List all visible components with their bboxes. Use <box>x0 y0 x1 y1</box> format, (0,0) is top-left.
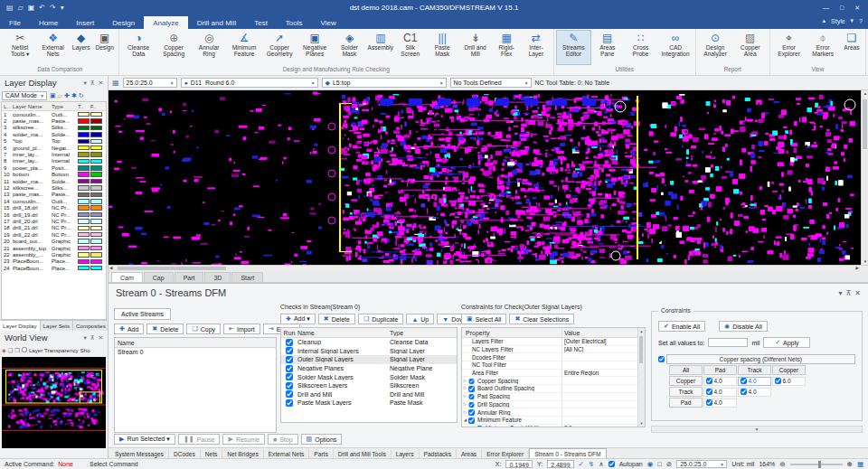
layer-row[interactable]: 14 comoutlin... Outli... <box>2 198 106 204</box>
layer-panel-tab[interactable]: Composites <box>73 321 109 331</box>
ribbon-tab[interactable]: File <box>0 16 30 29</box>
trace-color-swatch[interactable] <box>78 139 90 145</box>
enable-all-button[interactable]: ✔ Enable All <box>658 321 705 332</box>
ribbon-button[interactable]: ⊕ Copper Spacing <box>156 30 192 65</box>
qat-icon[interactable]: ↷ <box>50 4 56 12</box>
constraint-checkbox[interactable] <box>468 386 475 392</box>
trace-color-swatch[interactable] <box>78 239 90 244</box>
trace-color-swatch[interactable] <box>78 246 90 251</box>
grid-select[interactable]: 25.0:25.0 ▾ <box>123 78 177 88</box>
origin-icon[interactable]: ◉ <box>647 460 654 468</box>
layer-row[interactable]: 9 power_pla... Posit... <box>2 164 106 171</box>
ribbon-button[interactable]: ◆ Layers <box>70 30 93 65</box>
layer-row[interactable]: 17 drill_20.drl NC Pr... <box>2 218 106 224</box>
ribbon-button[interactable]: ▥ Assembly <box>366 30 394 65</box>
trace-color-swatch[interactable] <box>78 185 90 191</box>
ribbon-tab[interactable]: Tools <box>277 16 312 29</box>
layer-toolbar-icon[interactable]: ▣ <box>50 92 56 99</box>
layer-select[interactable]: ◆ L5:top ▾ <box>322 78 447 88</box>
bottom-panel-tab[interactable]: Layers <box>392 449 420 458</box>
ribbon-button[interactable]: ◑ Cleanse Data <box>121 30 156 65</box>
ribbon-button[interactable]: ∷ Cross Probe <box>624 30 658 65</box>
flash-color-swatch[interactable] <box>90 165 102 171</box>
layer-toolbar-icon[interactable]: ↻ <box>79 92 84 99</box>
flash-color-swatch[interactable] <box>90 159 102 164</box>
expand-icon[interactable]: ▷ <box>462 379 468 383</box>
ribbon-button[interactable]: ❖ External Nets <box>36 30 69 65</box>
qat-icon[interactable]: ▣ <box>28 4 35 12</box>
bottom-panel-tab[interactable]: Error Explorer <box>482 449 529 458</box>
trace-color-swatch[interactable] <box>78 118 90 124</box>
style-button[interactable]: Style <box>831 18 845 24</box>
trace-color-swatch[interactable] <box>78 199 90 204</box>
ribbon-button[interactable]: ◈ Solder Mask <box>333 30 367 65</box>
run-checkbox[interactable] <box>286 373 293 380</box>
maximize-button[interactable]: □ <box>840 5 844 12</box>
style-arrow-icon[interactable]: ▾ <box>851 17 854 24</box>
stream-action-button[interactable]: ✚ Add <box>114 324 144 334</box>
run-control-button[interactable]: ■ Stop <box>268 434 298 445</box>
vertical-scrollbar[interactable]: ▲ ▼ <box>861 90 868 265</box>
zoom-slider[interactable] <box>790 464 843 465</box>
qat-icon[interactable]: ↶ <box>39 4 45 12</box>
measure-icon[interactable]: ⊘ <box>666 460 672 468</box>
ribbon-tab[interactable]: View <box>312 16 345 29</box>
zoom-out-icon[interactable]: ⊖ <box>779 460 785 468</box>
matrix-cell-selected[interactable]: 4.0 <box>738 377 771 386</box>
expand-icon[interactable]: ▷ <box>462 386 468 390</box>
constraint-property-row[interactable]: Dcodes Filter <box>462 353 638 361</box>
constraint-checkbox[interactable] <box>468 409 475 416</box>
check-row[interactable]: Negative Planes Negative Plane <box>281 364 457 373</box>
ribbon-button[interactable]: ⇄ Inter-Layer <box>521 30 552 65</box>
trace-color-swatch[interactable] <box>78 226 90 231</box>
matrix-cell[interactable]: 6.0 <box>772 377 806 386</box>
trace-color-swatch[interactable] <box>78 145 90 151</box>
qat-icon[interactable]: ▱ <box>18 4 24 12</box>
set-values-input[interactable] <box>708 338 748 347</box>
layer-row[interactable]: 5 *top Top <box>2 138 106 145</box>
ribbon-button[interactable]: ∡ Minimum Feature <box>227 30 262 65</box>
constraint-property-row[interactable]: NC Tool Filter <box>462 361 638 370</box>
ribbon-tab[interactable]: Analyze <box>144 16 187 29</box>
ribbon-button[interactable]: ▤ Areas Pane <box>591 30 624 65</box>
flash-color-swatch[interactable] <box>90 179 102 184</box>
check-row[interactable]: Solder Mask Layers Solder Mask <box>281 372 457 381</box>
apply-coords-icon[interactable]: ✓ <box>579 460 584 468</box>
trace-color-swatch[interactable] <box>78 152 90 157</box>
flash-color-swatch[interactable] <box>90 112 102 117</box>
trace-color-swatch[interactable] <box>78 252 90 258</box>
layer-panel-tab[interactable]: Layer Display <box>0 321 41 331</box>
ribbon-button[interactable]: ↡ Drill and Mill <box>458 30 492 65</box>
path-mode-icon[interactable]: ∧ <box>599 460 604 468</box>
run-control-button[interactable]: ❚❚ Pause <box>178 434 221 445</box>
check-action-button[interactable]: ✖ Delete <box>318 314 355 324</box>
ribbon-button[interactable]: ∞ CAD Integration <box>658 30 693 65</box>
bottom-panel-tab[interactable]: Parts <box>309 449 333 458</box>
expand-icon[interactable]: ◢ <box>462 417 468 422</box>
world-view-preview[interactable] <box>2 357 106 448</box>
layer-row[interactable]: 1 comoutlin... Outli... <box>2 111 106 117</box>
fit-view-icon[interactable]: ▦ <box>857 460 863 468</box>
flash-color-swatch[interactable] <box>90 118 102 124</box>
check-action-button[interactable]: ▲ Up <box>406 314 434 324</box>
bottom-panel-tab[interactable]: Net Bridges <box>222 449 263 458</box>
constraint-property-row[interactable]: ▷ Board Outline Spacing <box>462 385 638 393</box>
constraint-action-button[interactable]: ▣ Select All <box>461 314 506 324</box>
ribbon-tab[interactable]: Drill and Mill <box>188 16 246 29</box>
pin-icon[interactable]: ⊼ <box>845 289 851 297</box>
check-row[interactable]: Drill and Mill Drill and Mill <box>281 390 457 399</box>
expand-icon[interactable]: ▷ <box>462 402 468 407</box>
check-row[interactable]: Outer Signal Layers Signal Layer <box>281 355 457 364</box>
flash-color-swatch[interactable] <box>90 139 102 145</box>
layer-row[interactable]: 7 inner_lay... Internal <box>2 151 106 157</box>
flash-color-swatch[interactable] <box>90 239 102 244</box>
layer-row[interactable]: 11 solder_ma... Solde... <box>2 178 106 184</box>
ribbon-button[interactable]: ◎ Annular Ring <box>192 30 227 65</box>
trace-color-swatch[interactable] <box>78 132 90 137</box>
flash-color-swatch[interactable] <box>90 199 102 204</box>
autopan-checkbox[interactable] <box>609 461 615 467</box>
minimize-button[interactable]: — <box>823 5 829 12</box>
layer-row[interactable]: 16 drill_19.drl NC Pr... <box>2 211 106 218</box>
matrix-cell[interactable]: 4.0 <box>703 377 737 386</box>
constraint-property-row[interactable]: ▷ Annular Ring <box>462 408 638 417</box>
